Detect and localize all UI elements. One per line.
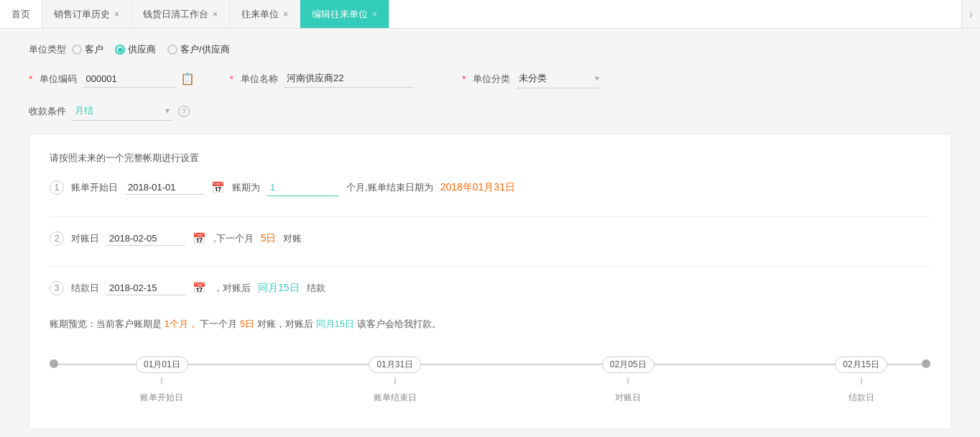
payment-help-icon[interactable]: ? xyxy=(178,106,190,117)
code-label: 单位编码 xyxy=(40,73,77,86)
timeline-node-1: 01月31日 账单结束日 xyxy=(369,356,421,404)
category-chevron-icon: ▾ xyxy=(595,73,599,83)
step3-label: 结款日 xyxy=(71,282,99,295)
unit-type-label: 单位类型 xyxy=(29,43,66,56)
timeline-node-1-date: 01月31日 xyxy=(369,356,421,373)
timeline-node-3: 02月15日 结款日 xyxy=(835,356,887,404)
name-input[interactable] xyxy=(284,70,413,88)
radio-both-label: 客户/供应商 xyxy=(180,43,230,56)
timeline-node-0-label: 账单开始日 xyxy=(140,392,183,404)
preview-suffix: 该客户会给我打款。 xyxy=(357,318,441,329)
step2-divider xyxy=(50,266,930,267)
tab-edit-partner-close[interactable]: × xyxy=(372,9,377,19)
step1-num: 1 xyxy=(50,180,64,195)
timeline-node-1-label: 账单结束日 xyxy=(374,392,417,404)
timeline-node-0-date: 01月01日 xyxy=(136,356,188,373)
step2-cal-icon[interactable]: 📅 xyxy=(193,232,206,245)
tab-home[interactable]: 首页 xyxy=(0,0,42,28)
code-input[interactable] xyxy=(83,70,176,88)
tab-sales-history-close[interactable]: × xyxy=(114,9,119,19)
step3-row: 3 结款日 📅 ，对账后 同月15日 结款 xyxy=(50,281,930,295)
step1-months-input[interactable] xyxy=(267,179,339,196)
period-panel: 请按照未来的一个完整帐期进行设置 1 账单开始日 📅 账期为 个月,账单结束日期… xyxy=(29,134,951,429)
tab-bar: 首页 销售订单历史 × 钱货日清工作台 × 往来单位 × 编辑往来单位 × › xyxy=(0,0,980,29)
category-required: * xyxy=(462,73,466,85)
timeline-node-1-connector xyxy=(394,377,396,385)
timeline-node-3-label: 结款日 xyxy=(849,392,874,404)
category-select[interactable]: 未分类 ▾ xyxy=(516,69,602,88)
timeline-node-0-connector xyxy=(161,377,162,385)
preview-section: 账期预览：当前客户账期是 1个月， 下一个月 5日 对账，对账后 同月15日 该… xyxy=(50,316,930,332)
main-content: 单位类型 客户 供应商 客户/供应商 * 单位编码 📋 * 单位名称 * xyxy=(0,29,980,437)
radio-both-circle xyxy=(167,45,177,55)
tab-edit-partner-label: 编辑往来单位 xyxy=(312,8,368,21)
timeline-node-0: 01月01日 账单开始日 xyxy=(136,356,188,404)
timeline-node-2-date: 02月05日 xyxy=(602,356,655,373)
payment-select[interactable]: 月结 ▾ xyxy=(72,101,172,121)
step1-date-input[interactable] xyxy=(125,180,204,195)
preview-highlight2: 5日 xyxy=(240,318,254,329)
payment-label: 收款条件 xyxy=(29,105,66,118)
radio-customer-circle xyxy=(72,45,82,55)
panel-title: 请按照未来的一个完整帐期进行设置 xyxy=(50,152,930,165)
unit-type-radio-group: 客户 供应商 客户/供应商 xyxy=(72,43,230,56)
radio-supplier-circle xyxy=(115,45,125,55)
timeline-node-3-date: 02月15日 xyxy=(835,356,887,373)
preview-highlight1: 1个月， xyxy=(165,318,198,329)
step1-end-date: 2018年01月31日 xyxy=(440,181,515,194)
timeline: 01月01日 账单开始日 01月31日 账单结束日 02月05日 对账日 xyxy=(50,349,930,411)
step3-suffix-before: ，对账后 xyxy=(213,282,251,295)
category-select-value: 未分类 xyxy=(519,72,591,85)
step2-highlight-day: 5日 xyxy=(261,232,277,245)
step2-date-input[interactable] xyxy=(106,231,185,246)
code-name-category-row: * 单位编码 📋 * 单位名称 * 单位分类 未分类 ▾ xyxy=(29,69,951,88)
payment-select-value: 月结 xyxy=(75,104,161,117)
preview-middle2: 对账，对账后 xyxy=(257,318,313,329)
step2-suffix-before: ,下一个月 xyxy=(213,232,254,245)
payment-chevron-icon: ▾ xyxy=(165,106,170,116)
step1-months-unit: 个月,账单结束日期为 xyxy=(346,181,433,194)
timeline-node-3-connector xyxy=(861,377,862,385)
preview-prefix: 账期预览：当前客户账期是 xyxy=(50,318,162,329)
tab-cash-work[interactable]: 钱货日清工作台 × xyxy=(131,0,230,28)
tab-partner-unit-label: 往来单位 xyxy=(241,8,279,21)
unit-type-row: 单位类型 客户 供应商 客户/供应商 xyxy=(29,43,951,56)
timeline-node-2-label: 对账日 xyxy=(615,392,641,404)
payment-row: 收款条件 月结 ▾ ? xyxy=(29,101,951,121)
timeline-node-2: 02月05日 对账日 xyxy=(602,356,655,404)
radio-customer[interactable]: 客户 xyxy=(72,43,103,56)
tab-partner-unit[interactable]: 往来单位 × xyxy=(230,0,300,28)
step1-row: 1 账单开始日 📅 账期为 个月,账单结束日期为 2018年01月31日 xyxy=(50,179,930,196)
step1-period-text: 账期为 xyxy=(232,181,260,194)
step1-label: 账单开始日 xyxy=(71,181,118,194)
step3-cal-icon[interactable]: 📅 xyxy=(193,282,206,295)
step2-row: 2 对账日 📅 ,下一个月 5日 对账 xyxy=(50,231,930,246)
code-required: * xyxy=(29,73,32,85)
timeline-node-2-connector xyxy=(627,377,629,385)
tab-sales-history-label: 销售订单历史 xyxy=(54,8,110,21)
step1-cal-icon[interactable]: 📅 xyxy=(211,181,225,194)
code-copy-icon[interactable]: 📋 xyxy=(180,72,195,86)
tab-home-label: 首页 xyxy=(11,8,30,21)
step2-num: 2 xyxy=(50,231,64,246)
category-label: 单位分类 xyxy=(473,73,510,86)
tab-edit-partner[interactable]: 编辑往来单位 × xyxy=(300,0,389,28)
tab-cash-work-label: 钱货日清工作台 xyxy=(143,8,208,21)
tab-cash-work-close[interactable]: × xyxy=(213,9,218,19)
step3-num: 3 xyxy=(50,281,64,295)
tab-partner-unit-close[interactable]: × xyxy=(283,9,288,19)
radio-supplier-label: 供应商 xyxy=(128,43,156,56)
tab-more-arrow[interactable]: › xyxy=(961,0,980,28)
radio-both[interactable]: 客户/供应商 xyxy=(167,43,230,56)
preview-middle: 下一个月 xyxy=(200,318,237,329)
step2-label: 对账日 xyxy=(71,232,99,245)
step3-date-input[interactable] xyxy=(106,281,185,295)
code-field-group: 📋 xyxy=(83,70,195,88)
radio-customer-label: 客户 xyxy=(85,43,103,56)
name-label: 单位名称 xyxy=(241,73,278,86)
timeline-nodes: 01月01日 账单开始日 01月31日 账单结束日 02月05日 对账日 xyxy=(50,356,930,404)
step2-suffix-after: 对账 xyxy=(283,232,302,245)
tab-sales-history[interactable]: 销售订单历史 × xyxy=(42,0,131,28)
radio-supplier[interactable]: 供应商 xyxy=(115,43,156,56)
name-required: * xyxy=(229,73,233,85)
